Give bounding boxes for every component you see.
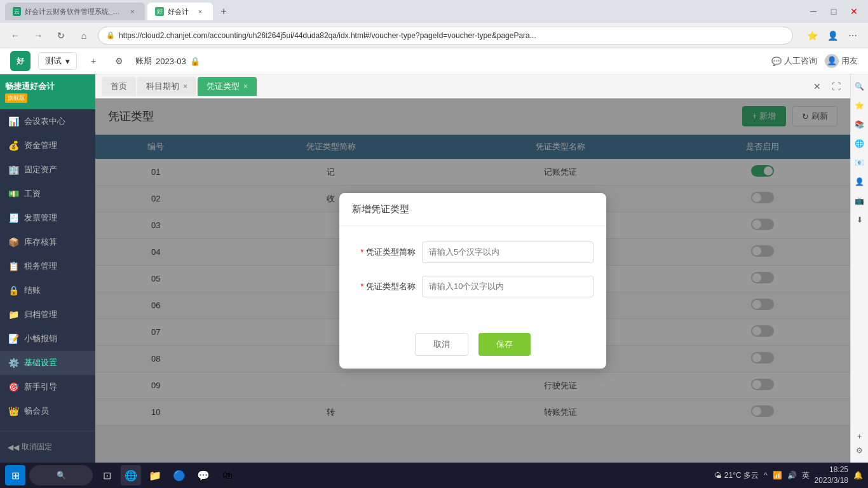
sidebar-item-settings-label: 基础设置 xyxy=(24,357,57,369)
right-panel-btn-5[interactable]: 📧 xyxy=(853,156,867,170)
more-button[interactable]: ⋯ xyxy=(844,27,862,44)
right-panel-btn-3[interactable]: 📚 xyxy=(853,118,867,132)
sidebar-item-guide[interactable]: 🎯 新手引导 xyxy=(0,375,95,399)
tab-voucher-close[interactable]: × xyxy=(243,82,248,91)
url-bar[interactable]: 🔒 https://cloud2.chanjet.com/accounting/… xyxy=(98,27,793,44)
tab2-close[interactable]: × xyxy=(195,6,205,17)
period-label: 账期 xyxy=(135,55,152,67)
dialog-title: 新增凭证类型 xyxy=(352,203,409,214)
right-panel-btn-4[interactable]: 🌐 xyxy=(853,137,867,151)
sidebar-item-inventory[interactable]: 📦 库存核算 xyxy=(0,230,95,254)
save-button[interactable]: 保存 xyxy=(478,333,531,356)
notification-icon: 🔔 xyxy=(853,471,863,480)
sidebar-item-archive[interactable]: 📁 归档管理 xyxy=(0,302,95,327)
tab-subject[interactable]: 科目期初 × xyxy=(137,77,196,96)
sidebar-item-tax[interactable]: 📋 税务管理 xyxy=(0,254,95,278)
right-panel-btn-2[interactable]: ⭐ xyxy=(853,98,867,112)
dialog-header: 新增凭证类型 xyxy=(339,193,606,226)
salary-icon: 💵 xyxy=(8,188,19,200)
sidebar-item-salary[interactable]: 💵 工资 xyxy=(0,182,95,206)
tab-close-all-button[interactable]: ✕ xyxy=(810,79,825,94)
app-header: 好 测试 ▾ + ⚙ 账期 2023-03 🔒 💬 人工咨询 👤 用友 xyxy=(0,48,868,74)
sidebar-logo-content: 畅捷通好会计 旗舰版 xyxy=(5,81,55,103)
app: 好 测试 ▾ + ⚙ 账期 2023-03 🔒 💬 人工咨询 👤 用友 xyxy=(0,48,868,463)
cancel-pin-button[interactable]: ◀◀ 取消固定 xyxy=(0,437,95,458)
browser-tab-1[interactable]: 云 好会计云财务软件管理系统_会计 × xyxy=(5,3,145,20)
home-button[interactable]: ⌂ xyxy=(75,27,93,44)
sidebar-item-member[interactable]: 👑 畅会员 xyxy=(0,399,95,423)
reload-button[interactable]: ↻ xyxy=(52,27,70,44)
tab-expand-buttons: ✕ ⛶ xyxy=(810,79,844,94)
taskbar-explorer[interactable]: 📁 xyxy=(145,465,165,485)
tab-fullscreen-button[interactable]: ⛶ xyxy=(829,79,844,94)
taskbar-right: 🌤 21°C 多云 ^ 📶 🔊 英 18:25 2023/3/18 🔔 xyxy=(714,464,863,486)
add-workspace-button[interactable]: + xyxy=(85,52,102,70)
restore-button[interactable]: □ xyxy=(825,3,843,20)
sidebar-item-report[interactable]: 📝 小畅报销 xyxy=(0,327,95,351)
add-voucher-type-dialog: 新增凭证类型 凭证类型简称 凭证类型名称 xyxy=(339,193,606,369)
taskbar-search-label: 🔍 xyxy=(57,471,66,480)
profiles-button[interactable]: 👤 xyxy=(824,27,841,44)
period-lock-icon: 🔒 xyxy=(190,57,200,66)
url-text: https://cloud2.chanjet.com/accounting/uh… xyxy=(119,31,536,40)
sidebar-item-settings[interactable]: ⚙️ 基础设置 xyxy=(0,351,95,375)
sidebar-item-finance[interactable]: 💰 资金管理 xyxy=(0,133,95,158)
tab1-close[interactable]: × xyxy=(128,6,137,17)
user-button[interactable]: 👤 用友 xyxy=(825,54,858,68)
settings-button[interactable]: ⚙ xyxy=(110,52,128,70)
taskbar-edge[interactable]: 🌐 xyxy=(121,465,141,485)
sidebar-item-invoice[interactable]: 🧾 发票管理 xyxy=(0,206,95,230)
invoice-icon: 🧾 xyxy=(8,212,19,224)
tab-home-label: 首页 xyxy=(111,81,127,92)
wechat-icon: 💬 xyxy=(197,470,210,482)
right-panel-bottom: + ⚙ xyxy=(853,430,867,458)
abbr-input[interactable] xyxy=(422,241,593,263)
tab-home[interactable]: 首页 xyxy=(102,77,136,96)
taskbar-time[interactable]: 18:25 2023/3/18 xyxy=(815,464,848,486)
sidebar-item-guide-label: 新手引导 xyxy=(24,381,57,393)
close-browser-button[interactable]: ✕ xyxy=(845,3,863,20)
cancel-button[interactable]: 取消 xyxy=(415,333,468,356)
sidebar-bottom: ◀◀ 取消固定 xyxy=(0,431,95,463)
dialog-footer: 取消 保存 xyxy=(339,325,606,369)
dialog-body: 凭证类型简称 凭证类型名称 xyxy=(339,226,606,325)
user-avatar: 👤 xyxy=(825,54,839,68)
right-panel-add-btn[interactable]: + xyxy=(853,430,867,444)
sidebar-item-closing[interactable]: 🔒 结账 xyxy=(0,278,95,302)
taskbar-store[interactable]: 🛍 xyxy=(217,465,238,485)
minimize-button[interactable]: ─ xyxy=(804,3,822,20)
abbr-label: 凭证类型简称 xyxy=(352,247,416,258)
taskbar-chrome[interactable]: 🔵 xyxy=(169,465,189,485)
tab-subject-close[interactable]: × xyxy=(183,82,187,91)
content-area: 首页 科目期初 × 凭证类型 × ✕ ⛶ 凭证类型 xyxy=(95,74,850,463)
extensions-button[interactable]: ⭐ xyxy=(803,27,821,44)
workspace-selector[interactable]: 测试 ▾ xyxy=(38,52,77,70)
tab-voucher-type[interactable]: 凭证类型 × xyxy=(198,77,257,96)
sidebar-item-inventory-label: 库存核算 xyxy=(24,236,57,248)
right-panel-settings-btn[interactable]: ⚙ xyxy=(853,444,867,458)
right-panel-btn-6[interactable]: 👤 xyxy=(853,175,867,189)
sidebar-item-member-label: 畅会员 xyxy=(24,405,49,417)
browser-tab-2[interactable]: 好 好会计 × xyxy=(147,3,213,20)
task-view-icon: ⊡ xyxy=(103,470,111,482)
taskbar-task-view[interactable]: ⊡ xyxy=(97,465,117,485)
sidebar-item-dashboard[interactable]: 📊 会设表中心 xyxy=(0,109,95,133)
help-button[interactable]: 💬 人工咨询 xyxy=(771,55,817,67)
new-tab-button[interactable]: + xyxy=(215,3,232,20)
assets-icon: 🏢 xyxy=(8,164,19,175)
right-panel-btn-1[interactable]: 🔍 xyxy=(853,79,867,93)
sidebar-item-assets[interactable]: 🏢 固定资产 xyxy=(0,158,95,182)
sidebar: 畅捷通好会计 旗舰版 📊 会设表中心 💰 资金管理 🏢 固定资产 💵 工资 xyxy=(0,74,95,463)
right-panel-btn-7[interactable]: 📺 xyxy=(853,194,867,208)
start-button[interactable]: ⊞ xyxy=(5,465,25,485)
right-panel: 🔍 ⭐ 📚 🌐 📧 👤 📺 ⬇ + ⚙ xyxy=(850,74,868,463)
back-button[interactable]: ← xyxy=(6,27,24,44)
app-main-area: 畅捷通好会计 旗舰版 📊 会设表中心 💰 资金管理 🏢 固定资产 💵 工资 xyxy=(0,74,868,463)
taskbar-arrows: ^ xyxy=(764,471,768,480)
name-input[interactable] xyxy=(422,276,593,297)
forward-button[interactable]: → xyxy=(29,27,47,44)
right-panel-btn-8[interactable]: ⬇ xyxy=(853,213,867,227)
pin-icon: ◀◀ xyxy=(8,443,19,452)
taskbar-search[interactable]: 🔍 xyxy=(29,465,93,485)
taskbar-wechat[interactable]: 💬 xyxy=(193,465,214,485)
